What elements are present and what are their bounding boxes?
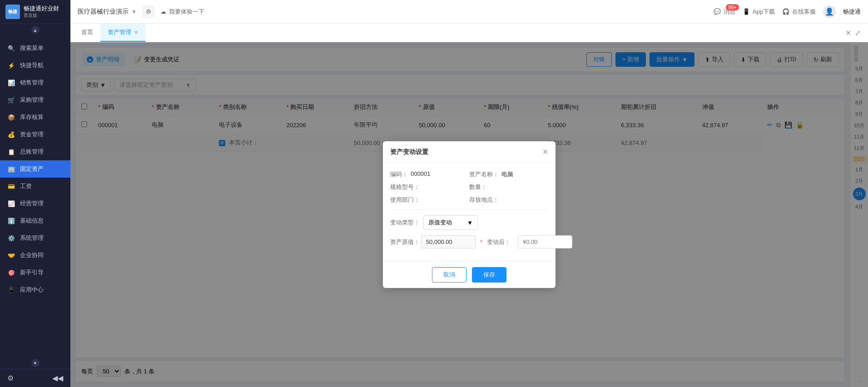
username: 畅捷通	[843, 8, 861, 16]
logo-icon: 畅捷	[5, 5, 20, 19]
logo-title: 畅捷通好业财	[24, 5, 59, 13]
sidebar-item-search[interactable]: 🔍 搜索菜单	[0, 40, 70, 57]
general-ledger-icon: 📋	[7, 148, 15, 156]
collapse-icon[interactable]: ◀◀	[52, 374, 63, 382]
app-center-icon: 📱	[7, 286, 15, 294]
message-button[interactable]: 💬 消息 99+	[714, 8, 735, 16]
modal-info-row-3: 使用部门： 存放地点：	[390, 196, 548, 204]
modal-overlay: 资产变动设置 ✕ 编码： 000001 资产名称： 电脑	[70, 42, 868, 387]
modal-title: 资产变动设置	[390, 148, 428, 156]
capital-icon: 💰	[7, 130, 15, 139]
app-download-button[interactable]: 📱 App下载	[743, 8, 775, 16]
sidebar-item-business[interactable]: 📈 经营管理	[0, 195, 70, 212]
change-type-dropdown-icon: ▼	[467, 219, 473, 226]
modal-code-item: 编码： 000001	[390, 170, 469, 179]
modal-spec-item: 规格型号：	[390, 183, 469, 191]
tab-actions: ✕ ⤢	[845, 29, 864, 37]
save-button[interactable]: 保存	[472, 267, 506, 283]
tabs-bar: 首页 资产管理 ✕ ✕ ⤢	[70, 24, 868, 42]
sidebar-item-sales[interactable]: 📊 销售管理	[0, 74, 70, 91]
sidebar-logo: 畅捷 畅捷通好业财 普及版	[0, 0, 70, 24]
sidebar-scroll-down[interactable]: ▼	[0, 357, 70, 369]
asset-change-modal: 资产变动设置 ✕ 编码： 000001 资产名称： 电脑	[383, 141, 556, 288]
sidebar-footer: ⚙ ◀◀	[0, 369, 70, 387]
modal-quantity-item: 数量：	[469, 183, 548, 191]
modal-info-row-2: 规格型号： 数量：	[390, 183, 548, 191]
tab-close-icon[interactable]: ✕	[134, 30, 138, 35]
basic-info-icon: ℹ️	[7, 217, 15, 225]
content-area: ● 资产明细 📝 变更生成凭证 对账 + 新增	[70, 42, 868, 387]
company-dropdown-arrow: ▼	[131, 9, 137, 15]
message-badge: 99+	[726, 4, 739, 10]
business-icon: 📈	[7, 199, 15, 208]
beginner-icon: 🎯	[7, 268, 15, 277]
experience-button[interactable]: ☁ 我要体验一下	[160, 8, 204, 16]
tab-asset-mgmt[interactable]: 资产管理 ✕	[100, 24, 145, 42]
modal-header: 资产变动设置 ✕	[383, 141, 556, 163]
sidebar-item-app-center[interactable]: 📱 应用中心	[0, 281, 70, 298]
modal-footer: 取消 保存	[383, 261, 556, 288]
search-icon: 🔍	[7, 44, 15, 52]
system-icon: ⚙️	[7, 234, 15, 242]
topbar-right: 💬 消息 99+ 📱 App下载 🎧 在线客服 👤 畅捷通	[714, 5, 861, 18]
salary-icon: 💳	[7, 182, 15, 190]
enterprise-icon: 🤝	[7, 251, 15, 259]
online-service-button[interactable]: 🎧 在线客服	[782, 8, 816, 16]
tab-home[interactable]: 首页	[74, 24, 100, 42]
sidebar-item-basic-info[interactable]: ℹ️ 基础信息	[0, 212, 70, 229]
sidebar-item-purchase[interactable]: 🛒 采购管理	[0, 91, 70, 109]
sidebar-scroll-up[interactable]: ▲	[0, 24, 70, 36]
sidebar-item-salary[interactable]: 💳 工资	[0, 178, 70, 195]
sidebar: 畅捷 畅捷通好业财 普及版 ▲ 🔍 搜索菜单 ⚡ 快捷导航 📊 销售管理	[0, 0, 70, 387]
company-selector[interactable]: 医疗器械行业演示 ▼	[78, 8, 137, 16]
user-avatar: 👤	[823, 5, 836, 18]
modal-dept-item: 使用部门：	[390, 196, 469, 204]
settings-button[interactable]: ⚙	[142, 5, 155, 18]
change-type-select[interactable]: 原值变动 ▼	[423, 215, 478, 230]
modal-divider	[390, 209, 548, 210]
sidebar-item-general-ledger[interactable]: 📋 总账管理	[0, 143, 70, 160]
sidebar-item-inventory[interactable]: 📦 库存核算	[0, 109, 70, 126]
sales-icon: 📊	[7, 79, 15, 87]
topbar: 医疗器械行业演示 ▼ ⚙ ☁ 我要体验一下 💬 消息 99+ 📱 App下载	[70, 0, 868, 24]
purchase-icon: 🛒	[7, 96, 15, 104]
modal-body: 编码： 000001 资产名称： 电脑 规格型号：	[383, 163, 556, 261]
sidebar-item-fixed-assets[interactable]: 🏢 固定资产	[0, 160, 70, 178]
tab-expand-icon[interactable]: ⤢	[855, 29, 861, 37]
inventory-icon: 📦	[7, 113, 15, 121]
settings-icon[interactable]: ⚙	[7, 374, 14, 382]
modal-info-row-1: 编码： 000001 资产名称： 电脑	[390, 170, 548, 179]
sidebar-item-enterprise[interactable]: 🤝 企业协同	[0, 247, 70, 264]
after-change-input[interactable]	[518, 235, 572, 248]
sidebar-item-capital[interactable]: 💰 资金管理	[0, 126, 70, 143]
sidebar-item-quick-nav[interactable]: ⚡ 快捷导航	[0, 57, 70, 74]
sidebar-nav: 🔍 搜索菜单 ⚡ 快捷导航 📊 销售管理 🛒 采购管理 📦 库存核算 💰	[0, 36, 70, 357]
original-value-display: 50,000.00	[421, 235, 476, 248]
tab-close-window-icon[interactable]: ✕	[845, 29, 851, 37]
cancel-button[interactable]: 取消	[432, 267, 466, 283]
sidebar-item-system[interactable]: ⚙️ 系统管理	[0, 229, 70, 247]
logo-badge: 普及版	[24, 12, 59, 19]
modal-location-item: 存放地点：	[469, 196, 548, 204]
modal-name-item: 资产名称： 电脑	[469, 170, 548, 179]
modal-change-type-row: 变动类型： 原值变动 ▼	[390, 215, 548, 230]
quick-nav-icon: ⚡	[7, 61, 15, 69]
fixed-assets-icon: 🏢	[7, 165, 15, 173]
modal-close-button[interactable]: ✕	[542, 148, 548, 156]
sidebar-item-beginner[interactable]: 🎯 新手引导	[0, 264, 70, 281]
modal-values-row: 资产原值： 50,000.00 * 变动后：	[390, 235, 548, 248]
main-area: 医疗器械行业演示 ▼ ⚙ ☁ 我要体验一下 💬 消息 99+ 📱 App下载	[70, 0, 868, 387]
